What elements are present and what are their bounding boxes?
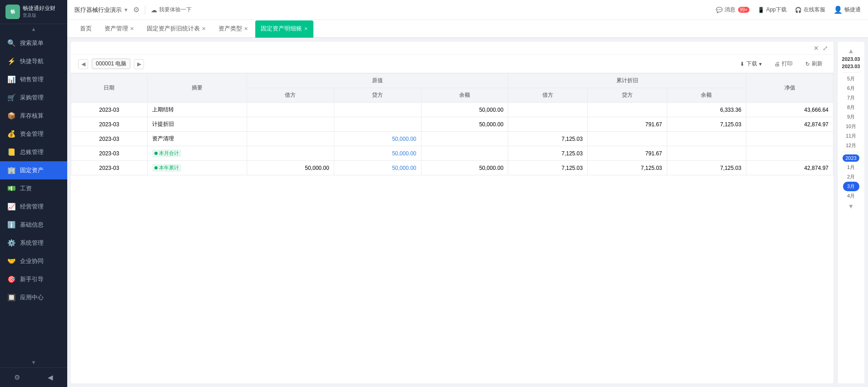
content-area: ✕ ⤢ ◀ 000001 电脑 ▶ ⬇ 下载 ▾ 🖨 打印: [67, 38, 868, 387]
panel-window-controls: ✕ ⤢: [71, 42, 833, 55]
fixed-icon: 🏢: [7, 166, 15, 174]
topbar-right: 💬 消息 99+ 📱 App下载 🎧 在线客服 👤 畅捷通: [716, 5, 861, 14]
tab-asset-type-close[interactable]: ✕: [244, 26, 248, 32]
cell-net-value: 43,666.64: [746, 103, 833, 117]
next-asset-button[interactable]: ▶: [134, 59, 144, 69]
settings-button[interactable]: ⚙: [12, 372, 22, 383]
timeline-month-4[interactable]: 4月: [838, 191, 864, 201]
sidebar-bottom: ⚙ ◀: [0, 367, 67, 387]
service-button[interactable]: 🎧 在线客服: [795, 6, 825, 14]
sidebar-item-inventory[interactable]: 📦 库存核算: [0, 107, 67, 125]
table-row: 2023-03 本月合计 50,000.00 7,125.03 791.67: [71, 146, 833, 161]
cell-accum-balance: [667, 146, 746, 161]
sidebar-item-salary[interactable]: 💵 工资: [0, 179, 67, 198]
tab-depreciation-table-close[interactable]: ✕: [202, 26, 206, 32]
cell-date: 2023-03: [71, 117, 148, 132]
timeline-header-2: 2023.03: [842, 64, 860, 69]
inventory-icon: 📦: [7, 112, 15, 120]
sidebar-scroll-up[interactable]: ▲: [0, 24, 67, 34]
tab-asset-mgmt-close[interactable]: ✕: [130, 26, 134, 32]
panel-toolbar: ◀ 000001 电脑 ▶ ⬇ 下载 ▾ 🖨 打印 ↻ 刷新: [71, 55, 833, 73]
timeline-month-11[interactable]: 11月: [838, 131, 864, 141]
close-panel-button[interactable]: ✕: [813, 45, 819, 52]
timeline-month-1[interactable]: 1月: [838, 163, 864, 172]
cell-orig-debit: [247, 117, 334, 132]
app-icon: 📱: [758, 7, 764, 13]
tab-asset-mgmt[interactable]: 资产管理 ✕: [99, 20, 139, 38]
sidebar-item-funds[interactable]: 💰 资金管理: [0, 125, 67, 143]
cell-net-value: [746, 146, 833, 161]
cell-accum-debit: [508, 117, 588, 132]
cell-orig-balance: [421, 146, 508, 161]
apps-icon: 🔲: [7, 293, 15, 302]
logo-icon: 畅: [5, 5, 20, 19]
cell-date: 2023-03: [71, 103, 148, 117]
sidebar-item-search[interactable]: 🔍 搜索菜单: [0, 34, 67, 52]
sidebar-item-guide[interactable]: 🎯 新手引导: [0, 270, 67, 288]
download-button[interactable]: ⬇ 下载 ▾: [736, 59, 765, 69]
tab-asset-detail-close[interactable]: ✕: [304, 26, 308, 32]
cell-net-value: 42,874.97: [746, 161, 833, 175]
timeline-up-button[interactable]: ▲: [846, 45, 856, 56]
sidebar-item-ledger[interactable]: 📒 总账管理: [0, 143, 67, 161]
tab-home[interactable]: 首页: [74, 20, 97, 38]
cell-accum-credit: [587, 103, 667, 117]
prev-asset-button[interactable]: ◀: [78, 59, 88, 69]
tab-asset-detail[interactable]: 固定资产明细账 ✕: [255, 20, 313, 38]
sidebar-nav: 🔍 搜索菜单 ⚡ 快捷导航 📊 销售管理 🛒 采购管理 📦 库存核算 💰 资金管…: [0, 34, 67, 357]
cell-orig-debit: [247, 103, 334, 117]
sidebar-item-purchase[interactable]: 🛒 采购管理: [0, 89, 67, 107]
sidebar-item-collab[interactable]: 🤝 企业协同: [0, 252, 67, 270]
topbar-title[interactable]: 医疗器械行业演示 ▾: [74, 6, 128, 14]
timeline-month-6[interactable]: 6月: [838, 84, 864, 93]
sidebar-scroll-down[interactable]: ▼: [0, 357, 67, 367]
collapse-button[interactable]: ◀: [46, 372, 55, 383]
cell-accum-credit: 791.67: [587, 146, 667, 161]
tabs-bar: 首页 资产管理 ✕ 固定资产折旧统计表 ✕ 资产类型 ✕ 固定资产明细账 ✕: [67, 20, 868, 38]
user-button[interactable]: 👤 畅捷通: [833, 5, 861, 14]
timeline-month-5[interactable]: 5月: [838, 74, 864, 84]
sidebar-item-apps[interactable]: 🔲 应用中心: [0, 288, 67, 307]
timeline-month-8[interactable]: 8月: [838, 103, 864, 112]
timeline-year-badge[interactable]: 2023: [843, 154, 859, 162]
cell-net-value: 42,874.97: [746, 117, 833, 132]
timeline-month-2[interactable]: 2月: [838, 172, 864, 182]
sidebar-item-system[interactable]: ⚙️ 系统管理: [0, 234, 67, 252]
timeline-month-3-active[interactable]: 3月: [843, 182, 859, 191]
timeline-month-9[interactable]: 9月: [838, 112, 864, 122]
message-icon: 💬: [716, 7, 723, 13]
topbar-experience[interactable]: ☁ 我要体验一下: [151, 6, 192, 14]
cell-summary: 资产清理: [147, 132, 247, 146]
collab-icon: 🤝: [7, 257, 15, 265]
cell-summary: 本年累计: [147, 161, 247, 175]
timeline-month-12[interactable]: 12月: [838, 141, 864, 150]
timeline-divider-1: [842, 72, 860, 73]
print-button[interactable]: 🖨 打印: [771, 59, 796, 69]
timeline-month-7[interactable]: 7月: [838, 93, 864, 103]
topbar-settings-icon[interactable]: ⚙: [133, 5, 139, 14]
cell-accum-debit: 7,125.03: [508, 161, 588, 175]
sidebar-item-quicknav[interactable]: ⚡ 快捷导航: [0, 52, 67, 70]
timeline-down-button[interactable]: ▼: [846, 201, 856, 212]
sidebar-item-sales[interactable]: 📊 销售管理: [0, 70, 67, 89]
tab-depreciation-table[interactable]: 固定资产折旧统计表 ✕: [141, 20, 211, 38]
expand-panel-button[interactable]: ⤢: [823, 45, 828, 52]
cell-orig-debit: 50,000.00: [247, 161, 334, 175]
cell-orig-balance: 50,000.00: [421, 103, 508, 117]
toolbar-right: ⬇ 下载 ▾ 🖨 打印 ↻ 刷新: [736, 59, 826, 69]
app-download-button[interactable]: 📱 App下载: [758, 6, 787, 14]
topbar-divider: [145, 5, 145, 15]
tab-asset-type[interactable]: 资产类型 ✕: [213, 20, 253, 38]
experience-icon: ☁: [151, 6, 157, 14]
cell-accum-debit: [508, 103, 588, 117]
timeline-month-10[interactable]: 10月: [838, 122, 864, 131]
sidebar-item-fixed[interactable]: 🏢 固定资产: [0, 161, 67, 179]
sidebar-item-basic[interactable]: ℹ️ 基础信息: [0, 216, 67, 234]
message-button[interactable]: 💬 消息 99+: [716, 6, 749, 14]
operations-icon: 📈: [7, 203, 15, 211]
subtotal-badge: 本月合计: [152, 149, 181, 157]
cell-accum-debit: 7,125.03: [508, 146, 588, 161]
sidebar-item-operations[interactable]: 📈 经营管理: [0, 198, 67, 216]
refresh-button[interactable]: ↻ 刷新: [802, 59, 826, 69]
table-row: 2023-03 资产清理 50,000.00 7,125.03: [71, 132, 833, 146]
